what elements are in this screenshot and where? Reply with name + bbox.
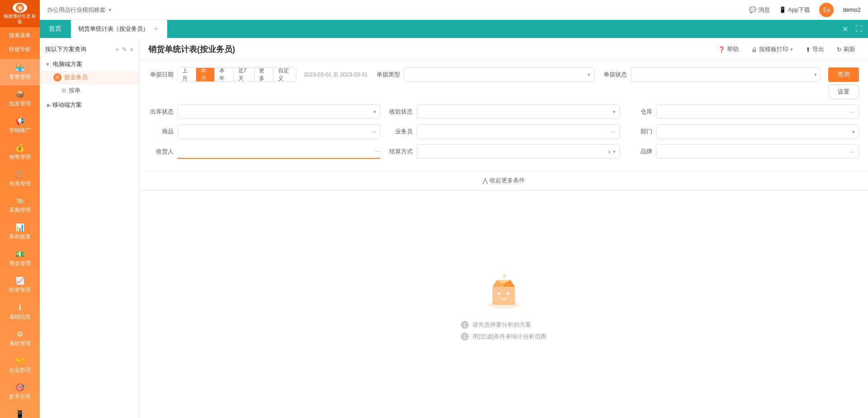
doc-status-select[interactable]: ▾ [631, 67, 821, 82]
sidebar-item-sales[interactable]: 💰 销售管理 [0, 139, 40, 166]
tab-home[interactable]: 首页 [40, 20, 71, 38]
settlement-select[interactable]: × ▾ [416, 144, 619, 159]
date-custom-btn[interactable]: 自定义 [274, 68, 296, 81]
purchase-icon: 🛍 [16, 197, 24, 205]
warehouse-input[interactable]: ··· [656, 104, 859, 119]
sidebar-shortcut[interactable]: 快捷导航 [0, 42, 40, 57]
tab-bar-actions: ✕ ⛶ [840, 20, 868, 38]
step-2-num: 2 [461, 332, 469, 341]
help-btn[interactable]: ❓ 帮助 [714, 43, 742, 55]
date-this-month-btn[interactable]: 本月 [196, 68, 215, 81]
tab-maximize-btn[interactable]: ⛶ [854, 23, 864, 35]
tree-group-desktop-label[interactable]: ▼ 电脑端方案 [40, 58, 139, 71]
breadcrumb-text: 办公用品行业模拟账套 [47, 6, 106, 14]
collapse-more-btn[interactable]: ⋀ 收起更多条件 [477, 175, 530, 186]
brand-input[interactable]: ··· [656, 144, 859, 159]
sidebar-item-app-center[interactable]: 📱 应用中心 [0, 405, 40, 418]
right-main: 销货单统计表(按业务员) ❓ 帮助 🖨 按模板打印 ▾ ⬆ [139, 38, 868, 418]
tab-close-all-btn[interactable]: ✕ [840, 23, 850, 35]
main-area: 办公用品行业模拟账套 ▾ 💬 消息 📱 App下载 Ea demo2 首页 销货… [40, 0, 868, 418]
edit-scheme-btn[interactable]: ✎ [122, 46, 127, 53]
sidebar-item-system[interactable]: ⚙ 系统管理 [0, 325, 40, 352]
svg-point-5 [507, 292, 509, 295]
department-select[interactable]: ▾ [656, 124, 859, 139]
tab-close-btn[interactable]: × [152, 25, 160, 33]
receiver-input[interactable]: ··· [177, 144, 380, 159]
tree-group-desktop: ▼ 电脑端方案 按 按业务员 ⊞ 按单 [40, 58, 139, 97]
guide-icon: 🎯 [15, 383, 24, 392]
sidebar-item-ecommerce[interactable]: 🛒 电商管理 [0, 166, 40, 192]
empty-steps: 1 请先选择要分析的方案 2 用[过滤]条件来缩小分析范围 [461, 319, 546, 342]
inventory-icon: 📊 [15, 223, 24, 232]
goods-input[interactable]: ··· [177, 124, 380, 139]
step-2-text: 用[过滤]条件来缩小分析范围 [472, 331, 546, 342]
sidebar-item-inventory[interactable]: 📊 库存核算 [0, 218, 40, 245]
warehouse-dots-icon: ··· [849, 108, 855, 115]
svg-rect-3 [492, 287, 515, 305]
tree-item-by-salesman[interactable]: 按 按业务员 [40, 71, 139, 84]
messages-btn[interactable]: 💬 消息 [749, 6, 770, 14]
sidebar-item-marketing[interactable]: 📢 营销推广 [0, 112, 40, 139]
refresh-icon: ↻ [837, 46, 842, 53]
breadcrumb-dropdown-icon[interactable]: ▾ [108, 7, 111, 13]
goods-dots-icon: ··· [371, 128, 377, 135]
download-icon: 📱 [779, 6, 786, 13]
tree-group-mobile-label[interactable]: ▶ 移动端方案 [40, 99, 139, 111]
step-1-text: 请先选择要分析的方案 [472, 319, 531, 331]
username[interactable]: demo2 [843, 6, 861, 13]
add-scheme-btn[interactable]: + [115, 46, 119, 53]
date-last-month-btn[interactable]: 上月 [178, 68, 196, 81]
ecommerce-icon: 🛒 [15, 170, 24, 179]
sidebar-item-retail[interactable]: 🏪 零售管理 [0, 59, 40, 86]
sidebar-item-basic-info[interactable]: ℹ 基础信息 [0, 299, 40, 325]
salesman-scheme-icon: 按 [53, 73, 61, 81]
brand-dots-icon: ··· [849, 148, 855, 155]
settlement-label: 结算方式 [387, 147, 413, 156]
export-btn[interactable]: ⬆ 导出 [802, 43, 828, 55]
date-this-year-btn[interactable]: 本年 [215, 68, 233, 81]
doc-type-select[interactable]: ▾ [404, 67, 594, 82]
payment-status-select[interactable]: ▾ [416, 104, 619, 119]
sidebar-item-guide[interactable]: 🎯 新手引导 [0, 379, 40, 405]
sidebar-item-operations[interactable]: 📈 经营管理 [0, 272, 40, 299]
tree-item-by-order[interactable]: ⊞ 按单 [40, 84, 139, 97]
tree-arrow-right-icon: ▶ [47, 102, 51, 108]
out-status-label: 出库状态 [148, 108, 174, 116]
salesman-input[interactable]: ··· [416, 124, 619, 139]
sidebar-item-finance[interactable]: 💵 资金管理 [0, 245, 40, 272]
date-more-btn[interactable]: 更多 [255, 68, 273, 81]
date-filter-group: 上月 本月 本年 近7天 更多 自定义 [177, 67, 297, 82]
date-filter-label: 单据日期 [148, 71, 174, 79]
print-btn[interactable]: 🖨 按模板打印 ▾ [748, 43, 797, 55]
page-header: 销货单统计表(按业务员) ❓ 帮助 🖨 按模板打印 ▾ ⬆ [139, 38, 868, 61]
query-action-col: 查询 设置 [828, 67, 859, 99]
tab-bar: 首页 销货单统计表（按业务员） × ✕ ⛶ [40, 20, 868, 38]
date-7days-btn[interactable]: 近7天 [234, 68, 255, 81]
page-title-row: 销货单统计表(按业务员) ❓ 帮助 🖨 按模板打印 ▾ ⬆ [148, 43, 859, 55]
settlement-clear-btn[interactable]: × [608, 148, 611, 155]
collapse-bar: ⋀ 收起更多条件 [139, 171, 868, 190]
setting-button[interactable]: 设置 [828, 85, 859, 99]
print-dropdown-icon: ▾ [790, 47, 793, 52]
collapse-panel-btn[interactable]: « [130, 46, 133, 53]
out-status-select[interactable]: ▾ [177, 104, 380, 119]
app-download-btn[interactable]: 📱 App下载 [779, 6, 810, 14]
sidebar-item-purchase[interactable]: 🛍 采购管理 [0, 192, 40, 218]
refresh-btn[interactable]: ↻ 刷新 [833, 43, 859, 55]
filter-area: 单据日期 上月 本月 本年 近7天 更多 自定义 2023-03-01 至 20… [139, 61, 868, 171]
enterprise-icon: 🤝 [15, 356, 24, 365]
department-label: 部门 [627, 128, 652, 136]
tab-active[interactable]: 销货单统计表（按业务员） × [71, 20, 167, 38]
svg-point-4 [498, 292, 500, 295]
settlement-dropdown-icon: ▾ [613, 149, 616, 155]
avatar[interactable]: Ea [819, 3, 834, 17]
query-button[interactable]: 查询 [828, 67, 859, 82]
finance-icon: 💵 [15, 250, 24, 258]
salesman-label: 业务员 [387, 128, 413, 136]
salesman-dots-icon: ··· [610, 128, 616, 135]
message-icon: 💬 [749, 6, 756, 13]
sidebar-item-enterprise[interactable]: 🤝 企业协同 [0, 352, 40, 379]
sidebar-item-wholesale[interactable]: 📦 批发管理 [0, 86, 40, 112]
sidebar-search[interactable]: 搜索菜单 [0, 27, 40, 42]
svg-text:畅: 畅 [18, 6, 22, 10]
